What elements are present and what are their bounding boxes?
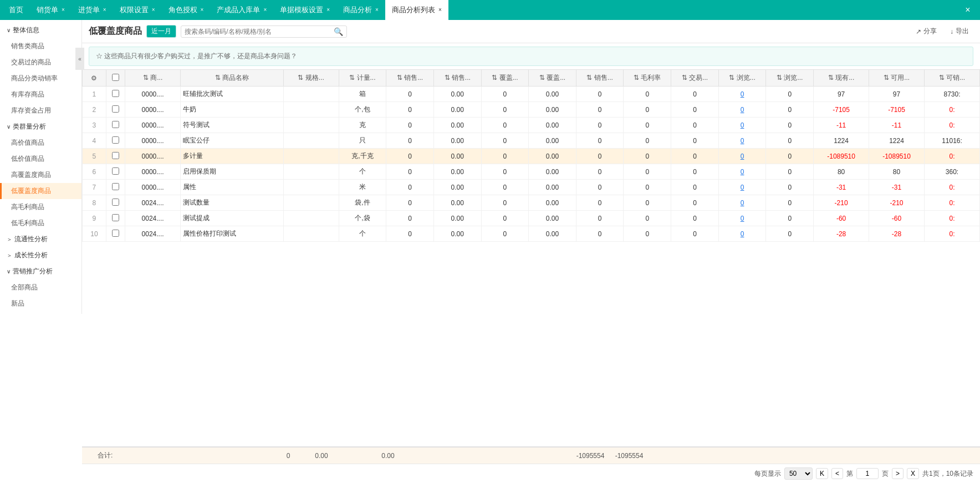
sidebar-group-overall[interactable]: ∨ 整体信息 (0, 22, 81, 38)
next-page-button[interactable]: > (892, 468, 904, 479)
available-qty: -31 (869, 180, 925, 195)
page-number-input[interactable] (856, 468, 879, 479)
close-icon[interactable]: × (152, 0, 155, 20)
browse-count1[interactable]: 0 (718, 133, 766, 149)
browse-count1[interactable]: 0 (718, 180, 766, 195)
sales-count: 0 (576, 118, 624, 133)
nav-purchase-order[interactable]: 进货单 × (72, 0, 113, 20)
sidebar-item-all-goods[interactable]: 全部商品 (0, 279, 81, 296)
sidebar-item-low-coverage[interactable]: 低覆盖度商品 (0, 183, 81, 199)
row-checkbox[interactable] (112, 105, 119, 113)
available-qty: -28 (869, 226, 925, 242)
browse-count1[interactable]: 0 (718, 164, 766, 180)
browse-count1[interactable]: 0 (718, 149, 766, 164)
row-checkbox[interactable] (112, 199, 119, 206)
nav-sales-order[interactable]: 销货单 × (30, 0, 72, 20)
close-icon[interactable]: × (263, 0, 267, 20)
nav-role-auth[interactable]: 角色授权 × (162, 0, 211, 20)
row-checkbox[interactable] (112, 136, 119, 144)
row-checkbox[interactable] (112, 214, 119, 221)
column-stock1[interactable]: ⇅ 现有... (814, 70, 869, 87)
nav-permission-setting[interactable]: 权限设置 × (113, 0, 162, 20)
nav-home[interactable]: 首页 (2, 0, 30, 20)
sidebar-item-low-gross[interactable]: 低毛利商品 (0, 215, 81, 231)
row-checkbox[interactable] (112, 121, 119, 128)
row-checkbox[interactable] (112, 90, 119, 97)
sidebar-collapse-button[interactable]: « (75, 48, 84, 70)
column-can-sell[interactable]: ⇅ 可销... (924, 70, 979, 87)
row-checkbox[interactable] (112, 167, 119, 175)
filter-recent-month-button[interactable]: 近一月 (146, 25, 176, 38)
browse-count1[interactable]: 0 (718, 87, 766, 102)
column-gear[interactable]: ⚙ (83, 70, 106, 87)
sidebar-item-high-gross[interactable]: 高毛利商品 (0, 199, 81, 215)
close-icon[interactable]: × (438, 0, 442, 20)
coverage-rate: 0.00 (529, 195, 576, 211)
sidebar-group-growth[interactable]: ＞ 成长性分析 (0, 247, 81, 263)
product-unit: 米 (339, 180, 386, 195)
sidebar-group-circulation[interactable]: ＞ 流通性分析 (0, 231, 81, 247)
column-name[interactable]: ⇅ 商品名称 (181, 70, 284, 87)
sidebar-item-high-coverage[interactable]: 高覆盖度商品 (0, 167, 81, 183)
sidebar-item-in-stock-goods[interactable]: 有库存商品 (0, 87, 81, 103)
gross-rate: 0 (624, 149, 671, 164)
sidebar-group-marketing[interactable]: ∨ 营销推广分析 (0, 263, 81, 279)
nav-product-analysis-list[interactable]: 商品分析列表 × (385, 0, 448, 20)
nav-finished-goods[interactable]: 产成品入库单 × (210, 0, 273, 20)
browse-count1[interactable]: 0 (718, 195, 766, 211)
column-unit[interactable]: ⇅ 计量... (339, 70, 386, 87)
close-icon[interactable]: × (201, 0, 204, 20)
export-button[interactable]: ↓ 导出 (946, 24, 973, 38)
sort-icon: ⇅ (682, 74, 687, 82)
search-input[interactable] (185, 28, 334, 35)
sidebar-item-traded-goods[interactable]: 交易过的商品 (0, 54, 81, 70)
table-wrapper[interactable]: ⚙ ⇅ 商... ⇅ 商品名称 ⇅ 规格... (82, 69, 980, 446)
sales-amount: 0.00 (433, 226, 481, 242)
sort-icon: ⇅ (777, 74, 782, 82)
gear-icon[interactable]: ⚙ (91, 74, 97, 82)
close-icon[interactable]: × (375, 0, 379, 20)
column-sales1[interactable]: ⇅ 销售... (386, 70, 434, 87)
column-cover2[interactable]: ⇅ 覆盖... (529, 70, 576, 87)
column-browse1[interactable]: ⇅ 浏览... (718, 70, 766, 87)
sidebar-item-inventory-funds[interactable]: 库存资金占用 (0, 103, 81, 119)
sidebar-item-low-value[interactable]: 低价值商品 (0, 151, 81, 167)
prev-page-button[interactable]: < (831, 468, 843, 479)
browse-count1[interactable]: 0 (718, 102, 766, 118)
nav-template-setting[interactable]: 单据模板设置 × (273, 0, 336, 20)
close-icon[interactable]: × (62, 0, 65, 20)
column-stock2[interactable]: ⇅ 可用... (869, 70, 925, 87)
nav-product-analysis[interactable]: 商品分析 × (336, 0, 385, 20)
row-checkbox[interactable] (112, 152, 119, 159)
sidebar-item-category-rate[interactable]: 商品分类动销率 (0, 70, 81, 87)
column-cover1[interactable]: ⇅ 覆盖... (481, 70, 529, 87)
nav-close-all-button[interactable]: × (958, 0, 978, 20)
column-browse2[interactable]: ⇅ 浏览... (766, 70, 814, 87)
last-page-button[interactable]: X (907, 468, 919, 479)
first-page-button[interactable]: K (816, 468, 828, 479)
share-button[interactable]: ↗ 分享 (911, 24, 941, 38)
close-icon[interactable]: × (326, 0, 330, 20)
column-sales2[interactable]: ⇅ 销售... (433, 70, 481, 87)
sort-icon: ⇅ (215, 74, 221, 82)
sidebar-group-cluster[interactable]: ∨ 类群量分析 (0, 119, 81, 135)
close-icon[interactable]: × (103, 0, 106, 20)
browse-count1[interactable]: 0 (718, 211, 766, 226)
browse-count2: 0 (766, 149, 814, 164)
select-all-checkbox[interactable] (112, 74, 119, 81)
browse-count1[interactable]: 0 (718, 226, 766, 242)
column-tx[interactable]: ⇅ 交易... (671, 70, 719, 87)
sidebar-item-high-value[interactable]: 高价值商品 (0, 135, 81, 151)
sidebar-item-sales-goods[interactable]: 销售类商品 (0, 38, 81, 54)
row-checkbox-cell (106, 195, 125, 211)
column-gross-rate[interactable]: ⇅ 毛利率 (624, 70, 671, 87)
column-sales3[interactable]: ⇅ 销售... (576, 70, 624, 87)
column-spec[interactable]: ⇅ 规格... (283, 70, 339, 87)
sidebar-item-new-goods[interactable]: 新品 (0, 296, 81, 312)
browse-count1[interactable]: 0 (718, 118, 766, 133)
coverage-count: 0 (481, 102, 529, 118)
row-checkbox[interactable] (112, 230, 119, 237)
page-size-select[interactable]: 50 20 100 (784, 467, 813, 480)
column-code[interactable]: ⇅ 商... (125, 70, 181, 87)
row-checkbox[interactable] (112, 183, 119, 190)
